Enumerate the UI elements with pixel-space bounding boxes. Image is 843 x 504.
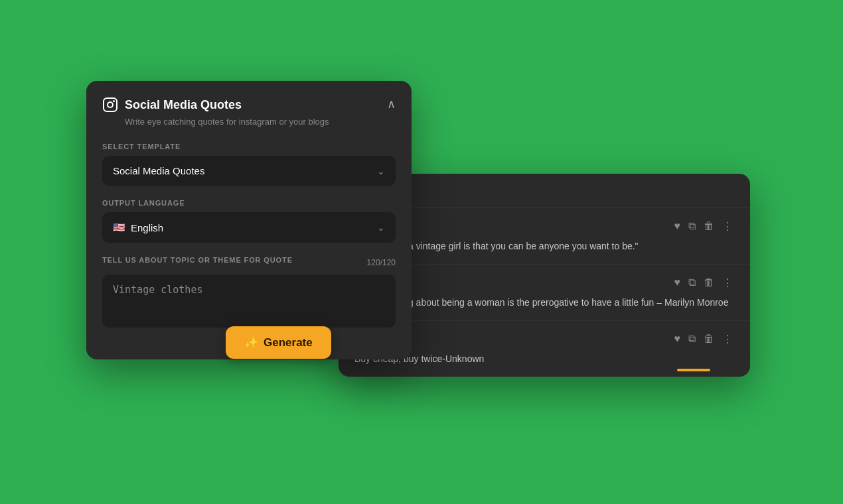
topic-textarea[interactable]: [102, 275, 396, 328]
trash-icon[interactable]: 🗑: [702, 219, 716, 234]
copy-icon[interactable]: ⧉: [687, 219, 697, 234]
topic-label: TELL US ABOUT TOPIC OR THEME FOR QUOTE: [102, 256, 293, 264]
language-value: English: [131, 222, 163, 233]
more-icon[interactable]: ⋮: [721, 275, 734, 290]
card-subtitle: Write eye catching quotes for instagram …: [102, 117, 396, 127]
generate-icon: ✨: [244, 336, 258, 349]
trash-icon[interactable]: 🗑: [702, 275, 716, 290]
trash-icon[interactable]: 🗑: [702, 332, 716, 347]
left-card: Social Media Quotes ∧ Write eye catching…: [86, 81, 412, 359]
copy-icon[interactable]: ⧉: [687, 332, 697, 347]
generate-button[interactable]: ✨ Generate: [226, 326, 331, 359]
generate-label: Generate: [264, 336, 313, 349]
svg-rect-0: [104, 98, 117, 111]
card-header: Social Media Quotes ∧: [102, 97, 396, 113]
history-item-text: Buy cheap, buy twice-Unknown: [354, 352, 734, 366]
template-label: SELECT TEMPLATE: [102, 143, 396, 151]
template-chevron-icon: ⌄: [377, 166, 385, 176]
topic-field-header: TELL US ABOUT TOPIC OR THEME FOR QUOTE 1…: [102, 256, 396, 269]
heart-icon[interactable]: ♥: [673, 219, 682, 234]
more-icon[interactable]: ⋮: [721, 332, 734, 347]
heart-icon[interactable]: ♥: [673, 275, 682, 290]
copy-icon[interactable]: ⧉: [687, 275, 697, 290]
heart-icon[interactable]: ♥: [673, 332, 682, 347]
card-title: Social Media Quotes: [125, 98, 242, 112]
history-item-actions: ♥ ⧉ 🗑 ⋮: [673, 332, 735, 347]
language-flag-row: 🇺🇸 English: [113, 221, 163, 233]
card-title-row: Social Media Quotes: [102, 97, 242, 113]
char-count: 120/120: [367, 258, 396, 267]
accent-bar: [677, 369, 710, 371]
language-select[interactable]: 🇺🇸 English ⌄: [102, 212, 396, 243]
svg-point-2: [113, 100, 115, 102]
template-select[interactable]: Social Media Quotes ⌄: [102, 156, 396, 186]
instagram-icon: [102, 97, 118, 113]
template-value: Social Media Quotes: [113, 165, 204, 176]
language-chevron-icon: ⌄: [377, 222, 385, 233]
svg-point-1: [108, 102, 113, 107]
flag-icon: 🇺🇸: [113, 221, 125, 233]
topic-field-group: TELL US ABOUT TOPIC OR THEME FOR QUOTE 1…: [102, 256, 396, 330]
more-icon[interactable]: ⋮: [721, 219, 734, 234]
language-label: OUTPUT LANGUAGE: [102, 199, 396, 207]
collapse-icon[interactable]: ∧: [387, 97, 396, 111]
